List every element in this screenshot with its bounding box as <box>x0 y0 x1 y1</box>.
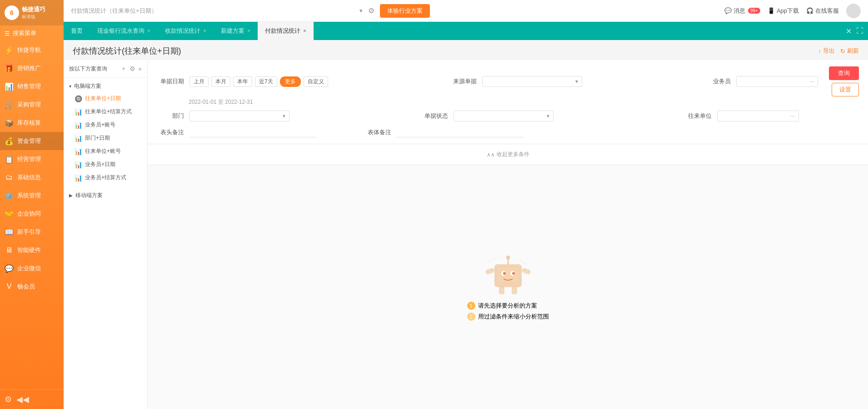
scheme-item-label: 业务员+账号 <box>85 121 115 129</box>
trial-btn[interactable]: 体验行业方案 <box>380 4 430 18</box>
collapse-btn[interactable]: ∧∧ 收起更多条件 <box>478 148 539 161</box>
scheme-item-5[interactable]: 📊 业务员+日期 <box>64 158 147 171</box>
add-scheme-icon[interactable]: ＋ <box>120 65 127 73</box>
export-btn[interactable]: ↑ 导出 <box>818 47 835 55</box>
date-more-btn[interactable]: 更多 <box>280 76 301 87</box>
sidebar-item-purchase[interactable]: 🛒 采购管理 <box>0 96 64 114</box>
tab-close-icon[interactable]: × <box>147 28 150 34</box>
scheme-item-icon-5: 📊 <box>75 161 82 168</box>
sidebar-item-sales[interactable]: 📊 销售管理 <box>0 77 64 96</box>
online-service-action[interactable]: 🎧 在线客服 <box>806 7 839 15</box>
date-custom-btn[interactable]: 自定义 <box>304 76 328 87</box>
app-download-action[interactable]: 📱 App下载 <box>768 7 799 15</box>
scheme-item-4[interactable]: 📊 往来单位+账号 <box>64 145 147 158</box>
source-select[interactable]: ▾ <box>482 76 582 87</box>
settings-icon[interactable]: ⚙ <box>5 394 12 404</box>
svg-point-5 <box>512 272 515 275</box>
chevron-right-icon: ▶ <box>69 193 73 198</box>
doc-status-select[interactable]: ▾ <box>454 111 554 121</box>
close-all-tabs-icon[interactable]: ✕ <box>846 27 852 35</box>
sidebar-item-wechat[interactable]: 💬 企业微信 <box>0 259 64 278</box>
sidebar-item-system[interactable]: ⚙️ 系统管理 <box>0 187 64 205</box>
sidebar-item-label: 企业微信 <box>17 264 41 273</box>
topbar-chevron-icon[interactable]: ▾ <box>359 7 363 14</box>
date-btn-本年[interactable]: 本年 <box>233 76 252 87</box>
tab-receipt[interactable]: 收款情况统计× <box>158 22 214 40</box>
sidebar-item-label: 基础信息 <box>17 173 41 182</box>
date-btn-上月[interactable]: 上月 <box>190 76 209 87</box>
scheme-mobile-section: ▶ 移动端方案 <box>64 187 147 204</box>
user-avatar[interactable] <box>846 4 861 18</box>
scheme-panel-title: 按以下方案查询 <box>69 65 118 73</box>
scheme-mobile-toggle[interactable]: ▶ 移动端方案 <box>64 190 147 201</box>
scheme-item-3[interactable]: 📊 部门+日期 <box>64 131 147 145</box>
member-icon: V <box>5 282 14 291</box>
date-btn-近7天[interactable]: 近7天 <box>255 76 277 87</box>
scheme-desktop-toggle[interactable]: ▾ 电脑端方案 <box>64 81 147 92</box>
source-label: 来源单据 <box>449 77 477 86</box>
sidebar-item-operations[interactable]: 📋 经营管理 <box>0 150 64 168</box>
scheme-panel: 按以下方案查询 ＋ ⚙ « ▾ 电脑端方案 🔘 往来单位+日期 📊 往来单位+结… <box>64 60 148 409</box>
date-btn-本月[interactable]: 本月 <box>211 76 230 87</box>
collapse-bar: ∧∧ 收起更多条件 <box>148 144 868 165</box>
sidebar-item-enterprise[interactable]: 🤝 企业协同 <box>0 205 64 223</box>
collapse-sidebar-icon[interactable]: ◀◀ <box>16 394 29 404</box>
topbar-actions: 💬 消息 99+ 📱 App下载 🎧 在线客服 <box>724 4 861 18</box>
inventory-icon: 📦 <box>5 118 14 127</box>
settings-btn[interactable]: 设置 <box>832 83 859 96</box>
sidebar-item-guide[interactable]: 📖 新手引导 <box>0 223 64 241</box>
empty-tips: 1 请先选择要分析的方案 2 用过滤条件来缩小分析范围 <box>467 302 549 323</box>
tab-bank[interactable]: 现金银行流水查询× <box>90 22 158 40</box>
svg-rect-10 <box>499 286 504 294</box>
salesperson-label: 业务员 <box>703 77 731 86</box>
tab-payment[interactable]: 付款情况统计× <box>258 22 314 40</box>
tab-label: 付款情况统计 <box>265 27 300 35</box>
tab-new-scheme[interactable]: 新建方案× <box>214 22 258 40</box>
sidebar-item-quick-nav[interactable]: ⚡ 快捷导航 <box>0 41 64 59</box>
refresh-btn[interactable]: ↻ 刷新 <box>840 47 859 55</box>
sidebar-logo: 6 畅捷通巧 标准版 <box>0 0 64 25</box>
sidebar-item-inventory[interactable]: 📦 库存核算 <box>0 114 64 132</box>
tab-home[interactable]: 首页 <box>64 22 90 40</box>
tab-close-icon[interactable]: × <box>303 28 306 34</box>
sidebar-item-hardware[interactable]: 🖥 智能硬件 <box>0 241 64 259</box>
dept-label: 部门 <box>157 112 184 120</box>
sidebar-nav: ⚡ 快捷导航 🎁 营销推广 📊 销售管理 🛒 采购管理 📦 库存核算 💰 资金管… <box>0 41 64 389</box>
salesperson-select[interactable]: ··· <box>736 76 818 87</box>
tip-text-1: 请先选择要分析的方案 <box>478 302 537 310</box>
remark-body-input[interactable] <box>397 127 524 137</box>
date-range-text: 2022-01-01 至 2022-12-31 <box>189 99 253 105</box>
sidebar-item-basic[interactable]: 🗂 基础信息 <box>0 168 64 187</box>
scheme-item-0[interactable]: 🔘 往来单位+日期 <box>64 92 147 105</box>
sidebar-item-member[interactable]: V 畅会员 <box>0 278 64 296</box>
tab-close-icon[interactable]: × <box>247 28 250 34</box>
system-icon: ⚙️ <box>5 191 14 200</box>
logo-text: 畅捷通巧 <box>22 5 45 14</box>
collapse-panel-icon[interactable]: « <box>138 65 142 72</box>
scheme-item-2[interactable]: 📊 业务员+账号 <box>64 118 147 131</box>
scheme-settings-icon[interactable]: ⚙ <box>130 65 135 72</box>
tip-text-2: 用过滤条件来缩小分析范围 <box>478 313 549 321</box>
message-action[interactable]: 💬 消息 99+ <box>724 7 760 15</box>
service-icon: 🎧 <box>806 7 813 14</box>
query-btn[interactable]: 查询 <box>829 66 859 80</box>
remark-head-label: 表头备注 <box>157 128 184 136</box>
dept-select[interactable]: ▾ <box>190 111 289 121</box>
content-area: 付款情况统计(往来单位+日期) ↑ 导出 ↻ 刷新 按以下方案查询 ＋ ⚙ <box>64 40 868 409</box>
topbar-gear-icon[interactable]: ⚙ <box>368 6 374 15</box>
date-label: 单据日期 <box>157 77 184 86</box>
remark-head-input[interactable] <box>190 127 317 137</box>
search-menu[interactable]: ☰ 搜索菜单 <box>0 25 64 41</box>
scheme-item-icon-1: 📊 <box>75 108 82 116</box>
expand-tab-icon[interactable]: ⛶ <box>856 27 863 35</box>
tab-close-icon[interactable]: × <box>203 28 206 34</box>
source-select-chevron-icon: ▾ <box>575 78 578 85</box>
scheme-item-6[interactable]: 📊 业务员+结算方式 <box>64 171 147 184</box>
export-icon: ↑ <box>818 48 822 55</box>
scheme-item-1[interactable]: 📊 往来单位+结算方式 <box>64 105 147 118</box>
sidebar-item-fund[interactable]: 💰 资金管理 <box>0 132 64 150</box>
counterpart-select[interactable]: ··· <box>717 111 799 121</box>
tab-label: 新建方案 <box>221 27 244 35</box>
sidebar-item-marketing[interactable]: 🎁 营销推广 <box>0 59 64 77</box>
dept-chevron-icon: ▾ <box>283 113 285 119</box>
